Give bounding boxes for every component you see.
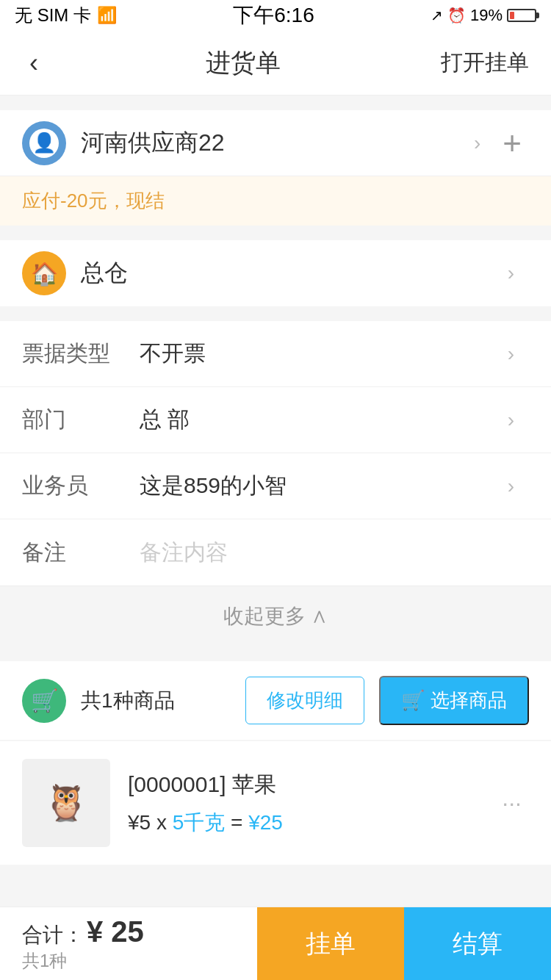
status-left: 无 SIM 卡 📶 <box>15 4 117 27</box>
wifi-icon: 📶 <box>97 6 117 25</box>
department-chevron-icon: › <box>508 408 514 432</box>
department-label: 部门 <box>22 405 125 435</box>
add-supplier-button[interactable]: + <box>495 125 529 162</box>
checkout-button[interactable]: 结算 <box>404 907 551 981</box>
products-header: 🛒 共1种商品 修改明细 🛒 选择商品 <box>0 661 551 740</box>
person-icon: 👤 <box>32 131 56 154</box>
warehouse-name: 总仓 <box>81 257 508 289</box>
carrier-label: 无 SIM 卡 <box>15 4 91 27</box>
product-info: [0000001] 苹果 ¥5 x 5千克 = ¥25 <box>128 770 477 837</box>
total-amount: ¥ 25 <box>87 915 144 948</box>
supplier-avatar: 👤 <box>22 121 66 165</box>
remark-label: 备注 <box>22 538 125 568</box>
location-icon: ↗ <box>431 7 443 24</box>
department-row[interactable]: 部门 总 部 › <box>0 387 551 453</box>
hang-button[interactable]: 挂单 <box>257 907 404 981</box>
product-title: 苹果 <box>232 772 276 796</box>
battery-icon <box>507 9 536 22</box>
ticket-type-chevron-icon: › <box>508 342 514 366</box>
collapse-button[interactable]: 收起更多 ∧ <box>0 586 551 646</box>
alarm-icon: ⏰ <box>447 7 466 24</box>
nav-bar: ‹ 进货单 打开挂单 <box>0 31 551 96</box>
select-product-icon: 🛒 <box>401 689 425 712</box>
product-thumbnail: 🦉 <box>22 759 110 847</box>
remark-row[interactable]: 备注 备注内容 <box>0 519 551 586</box>
products-count: 共1种商品 <box>81 687 231 715</box>
ticket-type-label: 票据类型 <box>22 339 125 369</box>
warehouse-section: 🏠 总仓 › <box>0 240 551 306</box>
warehouse-row[interactable]: 🏠 总仓 › <box>0 240 551 306</box>
product-item: 🦉 [0000001] 苹果 ¥5 x 5千克 = ¥25 ··· <box>0 741 551 865</box>
warehouse-chevron-icon: › <box>508 262 514 285</box>
page-title: 进货单 <box>206 46 281 80</box>
total-area: 合计： ¥ 25 共1种 <box>0 915 257 973</box>
salesperson-chevron-icon: › <box>508 475 514 498</box>
spacer-1 <box>0 96 551 110</box>
salesperson-label: 业务员 <box>22 471 125 501</box>
products-icon-wrap: 🛒 <box>22 679 66 723</box>
supplier-name: 河南供应商22 <box>81 127 474 159</box>
salesperson-value: 这是859的小智 <box>125 471 508 501</box>
warehouse-icon: 🏠 <box>31 261 58 287</box>
battery-percent: 19% <box>470 6 503 25</box>
form-section: 票据类型 不开票 › 部门 总 部 › 业务员 这是859的小智 › 备注 备注… <box>0 321 551 586</box>
total-count: 共1种 <box>22 949 235 973</box>
spacer-2 <box>0 226 551 240</box>
back-button[interactable]: ‹ <box>22 40 46 86</box>
ticket-type-value: 不开票 <box>125 339 508 369</box>
open-hang-button[interactable]: 打开挂单 <box>441 48 529 78</box>
edit-detail-button[interactable]: 修改明细 <box>245 677 364 724</box>
select-product-button[interactable]: 🛒 选择商品 <box>379 676 529 725</box>
remark-input[interactable]: 备注内容 <box>125 538 529 568</box>
shopping-icon: 🛒 <box>31 688 58 713</box>
supplier-section: 👤 河南供应商22 › + 应付-20元，现结 <box>0 110 551 226</box>
product-price: ¥5 x 5千克 = ¥25 <box>128 809 477 837</box>
product-name: [0000001] 苹果 <box>128 770 477 800</box>
status-right: ↗ ⏰ 19% <box>431 6 536 25</box>
supplier-notice: 应付-20元，现结 <box>0 176 551 226</box>
unit-price: ¥5 x <box>128 811 173 834</box>
warehouse-icon-wrap: 🏠 <box>22 251 66 295</box>
department-value: 总 部 <box>125 405 508 435</box>
total-label: 合计： <box>22 921 84 949</box>
quantity: 5千克 <box>173 811 226 834</box>
ticket-type-row[interactable]: 票据类型 不开票 › <box>0 321 551 387</box>
equals: = <box>231 811 248 834</box>
select-product-label: 选择商品 <box>431 688 507 713</box>
subtotal: ¥25 <box>248 811 283 834</box>
status-bar: 无 SIM 卡 📶 下午6:16 ↗ ⏰ 19% <box>0 0 551 31</box>
time-label: 下午6:16 <box>233 1 314 29</box>
supplier-row[interactable]: 👤 河南供应商22 › + <box>0 110 551 176</box>
product-more-button[interactable]: ··· <box>494 782 529 824</box>
supplier-chevron-icon: › <box>474 131 480 155</box>
salesperson-row[interactable]: 业务员 这是859的小智 › <box>0 453 551 519</box>
product-id: [0000001] <box>128 772 232 796</box>
owl-icon: 🦉 <box>44 782 88 824</box>
bottom-bar: 合计： ¥ 25 共1种 挂单 结算 <box>0 907 551 980</box>
